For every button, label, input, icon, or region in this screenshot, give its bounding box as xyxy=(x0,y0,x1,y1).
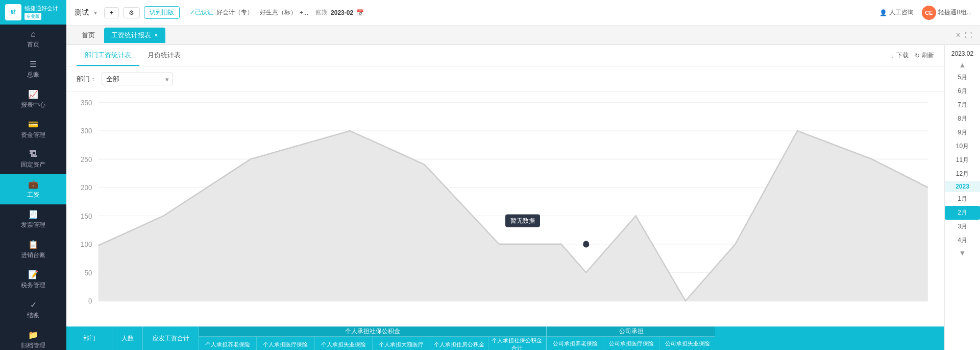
good-accounting-badge: 好会计（专） xyxy=(216,8,253,17)
switch-version-button[interactable]: 切到旧版 xyxy=(144,6,180,19)
sidebar: 财 畅捷通好会计 专业版 ⌂ 首页 ☰ 总账 📈 报表中心 💳 资金管理 🏗 固… xyxy=(0,0,66,350)
sidebar-item-invoice[interactable]: 🧾 发票管理 xyxy=(0,204,66,235)
tab-salary-report[interactable]: 工资统计报表 × xyxy=(104,28,165,43)
sub-tabs: 部门工资统计表 月份统计表 xyxy=(77,45,189,66)
avatar: CE xyxy=(922,6,936,20)
sidebar-item-home[interactable]: ⌂ 首页 xyxy=(0,25,66,54)
sub-tab-dept[interactable]: 部门工资统计表 xyxy=(77,45,139,66)
consult-btn[interactable]: 👤 人工咨询 xyxy=(879,8,914,17)
sidebar-item-label: 资金管理 xyxy=(21,131,45,139)
sidebar-item-checkout[interactable]: ✓ 结账 xyxy=(0,295,66,325)
ledger-icon: ☰ xyxy=(30,59,37,69)
consult-icon: 👤 xyxy=(879,9,887,16)
date-month-10[interactable]: 10月 xyxy=(945,139,980,153)
date-month-9[interactable]: 9月 xyxy=(945,126,980,139)
content-area: 部门工资统计表 月份统计表 ↓ 下载 ↻ 刷新 xyxy=(66,45,980,350)
svg-text:0: 0 xyxy=(88,297,92,306)
filter-bar: 部门： 全部 财务部 人事部 技术部 销售部 ▾ xyxy=(66,66,944,92)
col-personal-large-medical: 个人承担大额医疗 xyxy=(373,337,430,350)
col-personal-unemployment: 个人承担失业保险 xyxy=(315,337,373,350)
svg-text:150: 150 xyxy=(81,212,92,220)
col-salary: 应发工资合计 xyxy=(143,326,199,350)
tax-icon: 📝 xyxy=(28,270,38,279)
sub-tab-month[interactable]: 月份统计表 xyxy=(139,45,189,66)
invoice-icon: 🧾 xyxy=(28,209,38,219)
calendar-icon[interactable]: 📅 xyxy=(356,9,364,16)
refresh-btn[interactable]: ↻ 刷新 xyxy=(915,51,934,60)
col-dept: 部门 xyxy=(66,326,112,350)
sidebar-item-tax[interactable]: 📝 税务管理 xyxy=(0,265,66,295)
col-count: 人数 xyxy=(112,326,143,350)
sidebar-item-trade[interactable]: 📋 进销台账 xyxy=(0,235,66,265)
date-month-2023-2[interactable]: 2月 xyxy=(945,206,980,220)
sidebar-item-label: 报表中心 xyxy=(21,101,45,109)
logo-text: 畅捷通好会计 专业版 xyxy=(24,5,58,20)
svg-text:350: 350 xyxy=(81,98,92,107)
app-logo: 财 畅捷通好会计 专业版 xyxy=(0,0,66,25)
tab-bar: 首页 工资统计报表 × × ⛶ xyxy=(66,26,980,45)
date-year-2023: 2023 xyxy=(945,181,980,192)
date-year-label: 2023.02 xyxy=(945,48,980,59)
certified-badge: ✓已认证 xyxy=(190,8,213,17)
date-month-7[interactable]: 7月 xyxy=(945,98,980,112)
col-company-pension: 公司承担养老保险 xyxy=(547,337,603,350)
date-month-12[interactable]: 12月 xyxy=(945,167,980,181)
refresh-icon: ↻ xyxy=(915,52,920,59)
sidebar-item-label: 工资 xyxy=(27,191,39,199)
close-window-icon[interactable]: × xyxy=(956,31,961,40)
sidebar-item-label: 归档管理 xyxy=(21,341,45,350)
date-month-2023-4[interactable]: 4月 xyxy=(945,234,980,247)
sidebar-item-ledger[interactable]: ☰ 总账 xyxy=(0,54,66,84)
col-company-medical: 公司承担医疗保险 xyxy=(603,337,659,350)
company-dropdown-arrow[interactable]: ▾ xyxy=(94,9,97,16)
date-nav-down[interactable]: ▼ xyxy=(958,247,968,259)
sidebar-item-salary[interactable]: 💼 工资 xyxy=(0,174,66,204)
sidebar-item-assets[interactable]: 🏗 固定资产 xyxy=(0,145,66,174)
date-month-6[interactable]: 6月 xyxy=(945,84,980,98)
assets-icon: 🏗 xyxy=(29,150,37,159)
home-icon: ⌂ xyxy=(31,30,36,39)
date-month-11[interactable]: 11月 xyxy=(945,153,980,167)
svg-text:50: 50 xyxy=(85,268,92,277)
period-label: 账期 xyxy=(315,8,328,17)
svg-text:300: 300 xyxy=(81,127,92,135)
archive-icon: 📁 xyxy=(28,330,38,340)
company-group-header: 公司承担 xyxy=(619,327,644,336)
col-company-unemployment: 公司承担失业保险 xyxy=(659,337,715,350)
settings-button[interactable]: ⚙ xyxy=(123,7,140,18)
date-month-2023-3[interactable]: 3月 xyxy=(945,220,980,234)
expand-window-icon[interactable]: ⛶ xyxy=(965,31,972,39)
salary-chart: 350 300 250 200 150 100 50 0 xyxy=(77,97,934,326)
reports-icon: 📈 xyxy=(28,89,38,99)
col-personal-total: 个人承担社保公积金合计 xyxy=(488,337,546,350)
chart-area: 350 300 250 200 150 100 50 0 xyxy=(66,92,944,326)
date-month-5[interactable]: 5月 xyxy=(945,71,980,84)
sidebar-item-label: 发票管理 xyxy=(21,221,45,229)
sidebar-item-label: 进销台账 xyxy=(21,251,45,260)
sidebar-item-reports[interactable]: 📈 报表中心 xyxy=(0,84,66,114)
download-btn[interactable]: ↓ 下载 xyxy=(891,51,909,60)
more-badge: +... xyxy=(300,9,308,16)
company-name: 测试 xyxy=(75,8,89,17)
topbar-right: 👤 人工咨询 CE 轻捷通B组... xyxy=(879,6,972,20)
sidebar-item-funds[interactable]: 💳 资金管理 xyxy=(0,114,66,145)
tab-home[interactable]: 首页 xyxy=(75,28,102,43)
sidebar-item-label: 结账 xyxy=(27,311,39,320)
dept-filter-label: 部门： xyxy=(77,75,96,84)
add-button[interactable]: + xyxy=(104,7,119,18)
good-business-badge: +好生意（标） xyxy=(256,8,297,17)
sidebar-item-label: 固定资产 xyxy=(21,160,45,169)
trade-icon: 📋 xyxy=(28,240,38,249)
topbar-status: ✓已认证 好会计（专） +好生意（标） +... 账期 2023-02 📅 xyxy=(190,8,364,17)
date-month-8[interactable]: 8月 xyxy=(945,112,980,126)
tab-close-icon[interactable]: × xyxy=(154,31,158,39)
dept-filter-wrapper: 全部 财务部 人事部 技术部 销售部 ▾ xyxy=(102,73,173,85)
user-btn[interactable]: CE 轻捷通B组... xyxy=(922,6,972,20)
date-month-2023-1[interactable]: 1月 xyxy=(945,192,980,206)
checkout-icon: ✓ xyxy=(30,300,37,310)
dept-select[interactable]: 全部 财务部 人事部 技术部 销售部 xyxy=(102,73,173,85)
date-nav-up[interactable]: ▲ xyxy=(958,59,968,71)
svg-text:250: 250 xyxy=(81,155,92,164)
sidebar-item-label: 首页 xyxy=(27,40,39,49)
sidebar-item-archive[interactable]: 📁 归档管理 xyxy=(0,325,66,350)
